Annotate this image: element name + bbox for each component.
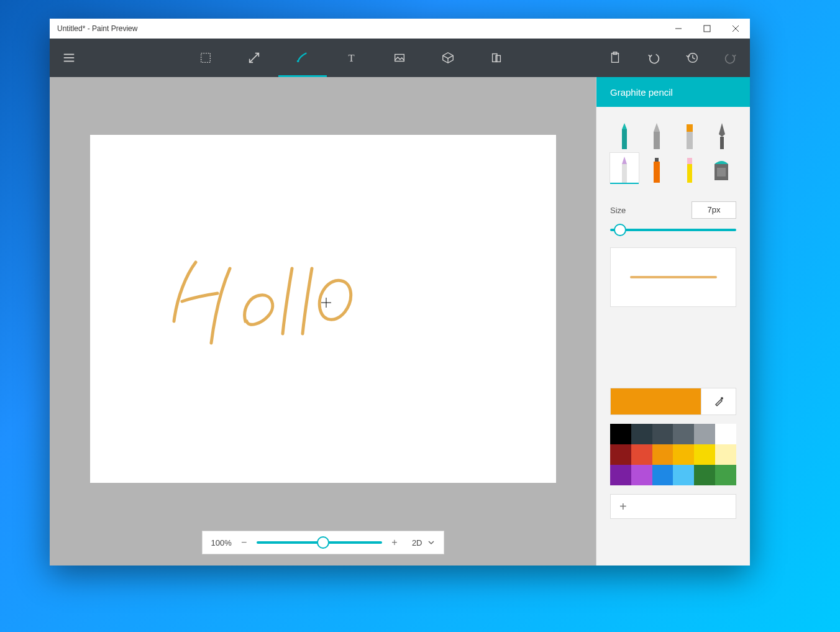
color-swatch[interactable] <box>652 465 673 485</box>
size-label: Size <box>610 206 626 215</box>
color-swatch[interactable] <box>631 444 652 465</box>
shapes-tool[interactable] <box>472 39 521 77</box>
svg-rect-22 <box>622 129 627 149</box>
svg-line-8 <box>250 53 259 63</box>
view-mode-dropdown[interactable]: 2D <box>412 538 435 547</box>
spray-tool[interactable] <box>642 153 671 183</box>
eraser-tool[interactable] <box>675 153 704 183</box>
color-swatch[interactable] <box>610 444 631 465</box>
svg-rect-26 <box>687 132 693 149</box>
pencil-hard-tool[interactable] <box>642 119 671 149</box>
current-color-swatch[interactable] <box>611 388 701 414</box>
svg-rect-24 <box>654 132 660 149</box>
history-button[interactable] <box>673 39 711 77</box>
color-swatch[interactable] <box>694 465 715 485</box>
color-swatch[interactable] <box>673 444 694 465</box>
preview-line <box>630 276 717 278</box>
zoom-slider-thumb[interactable] <box>317 536 329 549</box>
maximize-button[interactable] <box>693 19 721 39</box>
svg-marker-27 <box>719 123 725 137</box>
graphite-pencil-tool[interactable] <box>610 153 639 183</box>
canvas-area: 100% − + 2D <box>50 77 596 566</box>
close-button[interactable] <box>721 19 750 39</box>
app-window: Untitled* - Paint Preview T <box>50 19 750 566</box>
zoom-in-button[interactable]: + <box>390 537 399 548</box>
color-swatch[interactable] <box>715 424 736 444</box>
crop-tool[interactable] <box>230 39 278 77</box>
color-swatch[interactable] <box>694 444 715 465</box>
canvas[interactable] <box>90 135 556 483</box>
crayon-tool[interactable] <box>675 119 704 149</box>
color-swatch[interactable] <box>610 465 631 485</box>
zoom-slider[interactable] <box>257 541 382 544</box>
color-swatch[interactable] <box>631 424 652 444</box>
stroke-preview <box>610 247 736 307</box>
marker-tool[interactable] <box>610 119 639 149</box>
pencil-hard-icon <box>651 122 663 149</box>
svg-rect-25 <box>687 124 693 132</box>
text-tool[interactable]: T <box>327 39 375 77</box>
fill-icon <box>713 155 731 183</box>
eyedropper-icon <box>713 396 724 407</box>
brush-icon <box>296 51 309 65</box>
svg-point-9 <box>297 60 299 63</box>
drawing-strokes <box>90 135 556 483</box>
color-swatch[interactable] <box>673 424 694 444</box>
close-icon <box>732 25 739 32</box>
text-icon: T <box>344 51 358 65</box>
svg-marker-23 <box>654 123 660 132</box>
redo-button[interactable] <box>711 39 750 77</box>
size-slider-thumb[interactable] <box>614 224 626 236</box>
undo-button[interactable] <box>634 39 673 77</box>
color-swatch[interactable] <box>673 465 694 485</box>
image-tool[interactable] <box>375 39 424 77</box>
add-color-button[interactable]: + <box>610 494 736 519</box>
color-swatch[interactable] <box>694 424 715 444</box>
color-swatch[interactable] <box>652 424 673 444</box>
image-icon <box>393 51 406 65</box>
svg-text:T: T <box>348 52 354 64</box>
select-tool[interactable] <box>181 39 230 77</box>
color-swatch[interactable] <box>652 444 673 465</box>
svg-rect-33 <box>687 158 692 164</box>
svg-rect-11 <box>395 55 404 62</box>
menu-button[interactable] <box>50 39 88 77</box>
minimize-icon <box>675 25 682 32</box>
fill-tool[interactable] <box>708 153 736 183</box>
zoom-out-button[interactable]: − <box>239 537 249 548</box>
size-input[interactable]: 7px <box>692 201 736 219</box>
svg-rect-7 <box>201 53 211 63</box>
color-swatch[interactable] <box>715 444 736 465</box>
svg-marker-29 <box>622 157 627 164</box>
minimize-button[interactable] <box>664 19 693 39</box>
svg-rect-30 <box>622 164 627 183</box>
svg-rect-14 <box>493 54 497 62</box>
view-mode-label: 2D <box>412 538 422 547</box>
color-swatch[interactable] <box>715 465 736 485</box>
expand-icon <box>247 51 261 65</box>
hamburger-icon <box>62 51 76 65</box>
redo-icon <box>724 51 737 65</box>
graphite-pencil-icon <box>618 155 631 183</box>
brush-tools-grid <box>596 107 750 188</box>
paste-button[interactable] <box>596 39 634 77</box>
eraser-icon <box>683 155 696 183</box>
svg-rect-1 <box>704 25 710 32</box>
history-icon <box>685 51 699 65</box>
cube-tool[interactable] <box>424 39 472 77</box>
pen-tool[interactable] <box>708 119 736 149</box>
plus-icon: + <box>619 500 627 514</box>
window-controls <box>664 19 750 39</box>
cube-icon <box>441 51 455 65</box>
sidebar-header: Graphite pencil <box>596 77 750 107</box>
svg-rect-31 <box>655 158 659 162</box>
crayon-icon <box>683 122 696 149</box>
chevron-down-icon <box>427 539 435 546</box>
eyedropper-button[interactable] <box>701 388 736 414</box>
size-slider[interactable] <box>610 229 736 231</box>
svg-rect-36 <box>717 168 726 176</box>
spray-icon <box>651 155 663 183</box>
color-swatch[interactable] <box>610 424 631 444</box>
color-swatch[interactable] <box>631 465 652 485</box>
brush-tool[interactable] <box>278 39 327 77</box>
